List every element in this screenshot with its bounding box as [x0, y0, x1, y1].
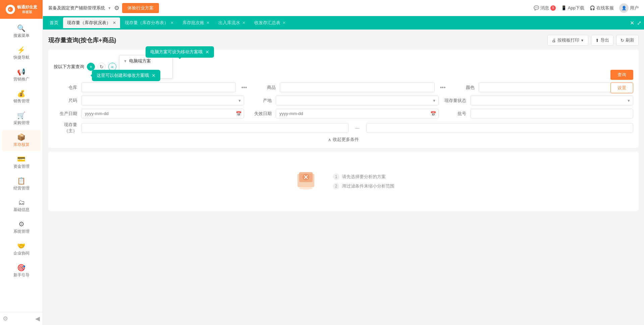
empty-step-2: 2 用过滤条件来缩小分析范围 [333, 183, 394, 189]
goods-more-icon[interactable]: ••• [439, 85, 447, 91]
expiry-date-label: 失效日期 [248, 111, 272, 117]
content-area: 现存量查询(按仓库+商品) 🖨 按模板打印 ▼ ⬆ 导出 ↻ 刷新 [43, 30, 644, 325]
tab-home[interactable]: 首页 [46, 17, 62, 28]
refresh-button[interactable]: ↻ 刷新 [616, 35, 639, 46]
tooltip1-close[interactable]: ✕ [205, 49, 209, 55]
folder-icon: 🗂 [18, 199, 25, 206]
stock-main-max[interactable] [366, 123, 634, 133]
app-download-action[interactable]: 📱 App下载 [561, 5, 584, 11]
goods-input[interactable] [280, 83, 434, 92]
stock-status-select[interactable] [470, 96, 633, 105]
collapse-icon: ∧ [328, 137, 331, 142]
sidebar-item-inventory[interactable]: 📦 库存核算 [2, 130, 41, 151]
search-icon: 🔍 [17, 24, 25, 32]
size-label: 尺码 [54, 98, 77, 104]
collapse-sidebar-icon[interactable]: ◀ [35, 315, 40, 322]
collapse-bar[interactable]: ∧ 收起更多条件 [54, 134, 633, 143]
filter-row-2: 尺码 ▼ 产地 ▼ 现存量状态 [54, 96, 633, 105]
batch-label: 批号 [443, 111, 466, 117]
sidebar-item-quick-nav[interactable]: ⚡ 快捷导航 [2, 43, 41, 64]
sidebar-item-operations[interactable]: 📋 经营管理 [2, 173, 41, 195]
empty-state-container: 1 请先选择要分析的方案 2 用过滤条件来缩小分析范围 [48, 152, 639, 211]
tab-inventory-dist[interactable]: 现存量（库存分布表） ✕ [121, 17, 178, 28]
step-2-num: 2 [333, 183, 339, 189]
expiry-date-wrap: 📅 [276, 109, 439, 118]
batch-input[interactable] [470, 109, 633, 118]
megaphone-icon: 📢 [17, 68, 25, 76]
system-dropdown-icon[interactable]: ▼ [108, 6, 111, 10]
user-action[interactable]: 👤 用户 [619, 3, 639, 13]
size-select[interactable] [81, 96, 244, 105]
tab-close-inventory-dist[interactable]: ✕ [170, 20, 174, 25]
tooltip2-close[interactable]: ✕ [152, 73, 156, 78]
tooltip-scheme-edit: 这里可以创建和修改方案哦 ✕ [92, 70, 160, 81]
sidebar-item-base-info[interactable]: 🗂 基础信息 [2, 195, 41, 216]
gear-icon: ⚙ [18, 220, 24, 228]
query-button[interactable]: 查询 [610, 70, 633, 80]
tab-close-in-out-flow[interactable]: ✕ [242, 20, 246, 25]
print-button[interactable]: 🖨 按模板打印 ▼ [547, 35, 588, 46]
sidebar-item-marketing[interactable]: 📢 营销推广 [2, 64, 41, 86]
topbar-left: 装备及固定资产辅助管理系统 ▼ ⚙ 体验行业方案 [48, 3, 159, 13]
goods-label: 商品 [252, 85, 276, 91]
app-subtitle: 标签版 [17, 10, 37, 14]
message-icon: 💬 [534, 5, 539, 10]
phone-icon: 📱 [561, 5, 567, 10]
tab-expand-icon[interactable]: ⤢ [637, 20, 641, 26]
filter-rows: 仓库 ••• 商品 ••• 颜色 ▼ [54, 83, 633, 134]
topbar: 装备及固定资产辅助管理系统 ▼ ⚙ 体验行业方案 💬 消息 9 📱 App下载 … [43, 0, 644, 16]
app-logo: 6 畅通好生意 标签版 [0, 0, 43, 19]
svg-point-0 [8, 7, 13, 12]
stock-main-min[interactable] [81, 123, 348, 133]
box-icon: 📦 [17, 133, 25, 141]
svg-point-7 [299, 187, 313, 189]
sidebar-item-enterprise[interactable]: 🤝 企业协同 [2, 238, 41, 260]
main-area: 装备及固定资产辅助管理系统 ▼ ⚙ 体验行业方案 💬 消息 9 📱 App下载 … [43, 0, 644, 325]
warehouse-input[interactable] [81, 83, 236, 92]
tab-close-summary[interactable]: ✕ [282, 20, 286, 25]
export-button[interactable]: ⬆ 导出 [591, 35, 613, 46]
tab-batch-account[interactable]: 库存批次账 ✕ [178, 17, 214, 28]
range-separator: — [353, 125, 362, 130]
warehouse-label: 仓库 [54, 85, 77, 91]
warehouse-more-icon[interactable]: ••• [240, 85, 248, 91]
color-label: 颜色 [451, 85, 475, 91]
message-action[interactable]: 💬 消息 9 [534, 5, 556, 11]
topbar-settings-icon[interactable]: ⚙ [114, 4, 119, 12]
tab-inventory-status[interactable]: 现存量（库存状况表） ✕ [63, 17, 120, 28]
online-service-action[interactable]: 🎧 在线客服 [590, 5, 614, 11]
filter-row-3: 生产日期 📅 失效日期 📅 批号 [54, 109, 633, 118]
cart-icon: 🛒 [17, 111, 25, 119]
sidebar-item-search-menu[interactable]: 🔍 搜索菜单 [2, 21, 41, 42]
expiry-date-input[interactable] [276, 109, 439, 118]
origin-select[interactable] [276, 96, 439, 105]
tab-in-out-flow[interactable]: 出入库流水 ✕ [214, 17, 250, 28]
goods-select-wrap [280, 83, 434, 92]
sidebar-bottom: ⚙ ◀ [0, 312, 43, 325]
tabbar-end: ✕ ⤢ [630, 20, 641, 26]
tab-close-inventory-status[interactable]: ✕ [113, 20, 116, 25]
production-date-input[interactable] [81, 109, 244, 118]
settings-button[interactable]: 设置 [610, 83, 633, 93]
sidebar-item-purchase[interactable]: 🛒 采购管理 [2, 108, 41, 129]
page-header: 现存量查询(按仓库+商品) 🖨 按模板打印 ▼ ⬆ 导出 ↻ 刷新 [48, 35, 639, 46]
step-1-num: 1 [333, 173, 339, 180]
svg-text:6: 6 [9, 8, 10, 11]
color-select[interactable] [479, 83, 633, 92]
sidebar-item-guide[interactable]: 🎯 新手引导 [2, 260, 41, 281]
arrow-icon: ▼ [123, 59, 127, 63]
sidebar-item-system[interactable]: ⚙ 系统管理 [2, 217, 41, 238]
tab-summary[interactable]: 收发存汇总表 ✕ [250, 17, 290, 28]
industry-plan-button[interactable]: 体验行业方案 [122, 3, 159, 13]
sidebar-item-finance[interactable]: 💳 资金管理 [2, 152, 41, 173]
sidebar-item-sales[interactable]: 💰 销售管理 [2, 86, 41, 107]
color-select-wrap: ▼ [479, 83, 633, 92]
tab-close-all-icon[interactable]: ✕ [630, 20, 634, 26]
production-date-label: 生产日期 [54, 111, 77, 117]
card-icon: 💳 [17, 155, 25, 163]
settings-icon[interactable]: ⚙ [3, 315, 8, 322]
empty-steps: 1 请先选择要分析的方案 2 用过滤条件来缩小分析范围 [333, 173, 394, 189]
stock-main-label: 现存量（主） [54, 122, 77, 134]
tab-close-batch-account[interactable]: ✕ [206, 20, 210, 25]
system-name: 装备及固定资产辅助管理系统 [48, 5, 105, 11]
